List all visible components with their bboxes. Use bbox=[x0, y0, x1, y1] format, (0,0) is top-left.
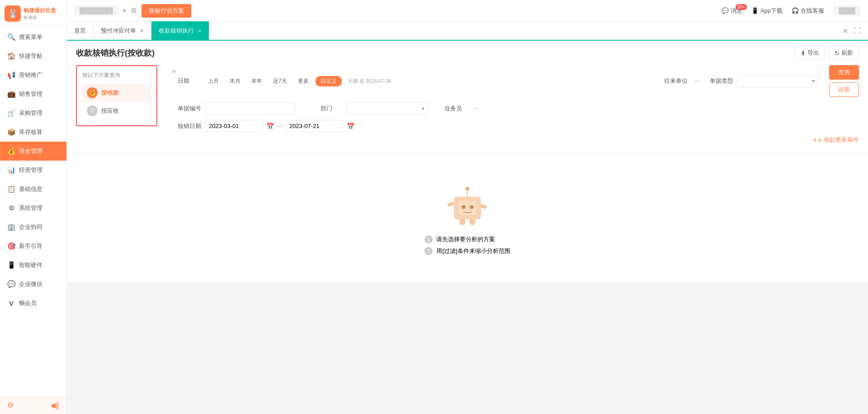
sidebar-label-purchase: 采购管理 bbox=[19, 109, 42, 117]
date-shortcuts: 上月 本月 本年 近7天 更多 自定义 bbox=[204, 76, 342, 86]
sidebar-menu: 🔍 搜索菜单 🏠 快捷导航 📢 营销推广 💼 销售管理 🛒 采购管理 📦 库存核… bbox=[0, 28, 66, 396]
topbar-gear-icon[interactable]: ⚙ bbox=[131, 6, 137, 15]
verify-date-end-input[interactable] bbox=[285, 120, 344, 132]
topbar-left: ████████ ▾ ⚙ 体验行业方案 bbox=[74, 4, 191, 18]
tab-prepay[interactable]: 预付冲应付单 ✕ bbox=[94, 21, 151, 40]
doc-no-input[interactable] bbox=[205, 102, 295, 114]
export-btn[interactable]: ⬆ 导出 bbox=[795, 46, 825, 60]
message-icon: 💬 bbox=[722, 7, 729, 14]
filter-option-receivable[interactable]: ⏱ 按应收 bbox=[82, 102, 151, 120]
counterpart-dots-btn[interactable]: ··· bbox=[691, 77, 703, 85]
message-btn[interactable]: 💬 消息 99+ bbox=[722, 7, 742, 15]
sidebar-item-sales[interactable]: 💼 销售管理 bbox=[0, 85, 66, 104]
receipt-tab-label: 收款核销执行 bbox=[159, 27, 194, 35]
tab-bar-actions: ✕ ⛶ bbox=[842, 27, 868, 35]
prepay-tab-label: 预付冲应付单 bbox=[101, 27, 136, 35]
sidebar-label-wechat: 企业微信 bbox=[19, 280, 42, 288]
refresh-label: 刷新 bbox=[841, 49, 853, 57]
sidebar-item-member[interactable]: V 畅会员 bbox=[0, 294, 66, 313]
topbar-dropdown-icon[interactable]: ▾ bbox=[123, 7, 126, 14]
settings-btn[interactable]: 设置 bbox=[829, 82, 859, 97]
date-btn-more[interactable]: 更多 bbox=[294, 76, 313, 86]
collapse-more-btn[interactable]: ∧∧ 收起更多条件 bbox=[178, 132, 859, 146]
svg-rect-8 bbox=[460, 219, 465, 225]
close-tab-icon[interactable]: ✕ bbox=[842, 27, 848, 35]
marketing-icon: 📢 bbox=[7, 71, 15, 79]
date-no-limit: 不限 至 2023-07-26 bbox=[348, 78, 391, 85]
hint2-num: 2 bbox=[425, 247, 433, 255]
main-content: ████████ ▾ ⚙ 体验行业方案 💬 消息 99+ 📱 App下载 🎧 在… bbox=[67, 0, 868, 414]
export-icon: ⬆ bbox=[801, 50, 806, 57]
empty-illustration bbox=[443, 181, 492, 226]
date-btn-this-month[interactable]: 本月 bbox=[226, 76, 245, 86]
filter-sidebar-title: 按以下方案查询 bbox=[82, 71, 151, 79]
tab-receipt[interactable]: 收款核销执行 ✕ bbox=[151, 21, 209, 40]
collapse-icon: ∧∧ bbox=[813, 137, 822, 143]
sidebar-item-wechat[interactable]: 💬 企业微信 bbox=[0, 275, 66, 294]
date-btn-last-month[interactable]: 上月 bbox=[204, 76, 223, 86]
settings-bottom-icon[interactable]: ⚙ bbox=[7, 401, 14, 409]
collapse-label: 收起更多条件 bbox=[824, 136, 859, 144]
verify-date-start-input[interactable] bbox=[205, 120, 264, 132]
sidebar-item-system[interactable]: ⚙ 系统管理 bbox=[0, 199, 66, 218]
salesperson-field: 业务员 ··· bbox=[444, 105, 482, 113]
refresh-btn[interactable]: ↻ 刷新 bbox=[829, 46, 859, 60]
filter-fields: 日期 上月 本月 本年 近7天 更多 自定义 bbox=[178, 65, 859, 146]
query-btn[interactable]: 查询 bbox=[829, 65, 859, 80]
sidebar-item-operations[interactable]: 📊 经营管理 bbox=[0, 161, 66, 180]
tab-home[interactable]: 首页 bbox=[67, 21, 94, 40]
operations-icon: 📊 bbox=[7, 166, 15, 174]
doc-type-select[interactable] bbox=[737, 75, 818, 87]
date-btn-7days[interactable]: 近7天 bbox=[269, 76, 291, 86]
sidebar: 🐰 畅捷通好生意 标准版 🔍 搜索菜单 🏠 快捷导航 📢 营销推广 💼 销售管理… bbox=[0, 0, 67, 414]
sidebar-item-marketing[interactable]: 📢 营销推广 bbox=[0, 66, 66, 85]
online-service-btn[interactable]: 🎧 在线客服 bbox=[792, 7, 824, 15]
logo-name: 畅捷通好生意 bbox=[24, 7, 56, 14]
sidebar-item-finance[interactable]: 💰 资金管理 bbox=[0, 142, 66, 161]
sidebar-item-quick-nav[interactable]: 🏠 快捷导航 bbox=[0, 47, 66, 66]
sidebar-label-operations: 经营管理 bbox=[19, 166, 42, 174]
dept-select[interactable] bbox=[347, 102, 428, 114]
topbar: ████████ ▾ ⚙ 体验行业方案 💬 消息 99+ 📱 App下载 🎧 在… bbox=[67, 0, 868, 22]
app-download-btn[interactable]: 📱 App下载 bbox=[751, 7, 783, 15]
dept-field: 部门 bbox=[321, 102, 428, 114]
receipt-option-icon: 💰 bbox=[87, 87, 98, 98]
sidebar-label-hardware: 智能硬件 bbox=[19, 261, 42, 269]
verify-date-start-cal-icon[interactable]: 📅 bbox=[266, 123, 274, 130]
export-label: 导出 bbox=[807, 49, 819, 57]
sidebar-item-guide[interactable]: 🎯 新手引导 bbox=[0, 237, 66, 256]
sidebar-label-marketing: 营销推广 bbox=[19, 71, 42, 79]
sidebar-item-basic-info[interactable]: 📋 基础信息 bbox=[0, 180, 66, 199]
date-btn-this-year[interactable]: 本年 bbox=[247, 76, 266, 86]
sidebar-label-system: 系统管理 bbox=[19, 204, 42, 212]
inventory-icon: 📦 bbox=[7, 128, 15, 136]
date-custom-tag[interactable]: 自定义 bbox=[316, 76, 342, 86]
sidebar-label-inventory: 库存核算 bbox=[19, 128, 42, 136]
filter-collapse-btn[interactable]: » bbox=[170, 65, 178, 77]
fullscreen-icon[interactable]: ⛶ bbox=[854, 27, 861, 35]
prepay-tab-close-icon[interactable]: ✕ bbox=[140, 28, 144, 34]
sidebar-item-inventory[interactable]: 📦 库存核算 bbox=[0, 123, 66, 142]
member-icon: V bbox=[7, 299, 15, 307]
sidebar-bottom: ⚙ ◀‖ bbox=[0, 396, 66, 414]
industry-btn[interactable]: 体验行业方案 bbox=[142, 4, 191, 18]
sidebar-item-purchase[interactable]: 🛒 采购管理 bbox=[0, 104, 66, 123]
doc-type-label: 单据类型 bbox=[710, 77, 733, 85]
sidebar-label-enterprise: 企业协同 bbox=[19, 223, 42, 231]
tab-bar: 首页 预付冲应付单 ✕ 收款核销执行 ✕ ✕ ⛶ bbox=[67, 22, 868, 41]
page-header-actions: ⬆ 导出 ↻ 刷新 bbox=[795, 46, 859, 60]
filter-option-receipt[interactable]: 💰 按收款 bbox=[82, 84, 151, 102]
sidebar-item-search[interactable]: 🔍 搜索菜单 bbox=[0, 28, 66, 47]
filter-sidebar: 按以下方案查询 💰 按收款 ⏱ 按应收 bbox=[76, 65, 157, 126]
sidebar-item-enterprise[interactable]: 🏢 企业协同 bbox=[0, 218, 66, 237]
content-area: 1 请先选择要分析的方案 2 用[过滤]条件来缩小分析范围 bbox=[67, 154, 868, 282]
svg-point-11 bbox=[466, 187, 469, 190]
verify-date-end-cal-icon[interactable]: 📅 bbox=[347, 123, 354, 130]
counterpart-field: 往来单位 ··· bbox=[664, 77, 703, 85]
collapse-sidebar-icon[interactable]: ◀‖ bbox=[50, 401, 59, 409]
doc-no-field: 单据编号 bbox=[178, 102, 295, 114]
salesperson-dots-btn[interactable]: ··· bbox=[471, 105, 482, 113]
receipt-tab-close-icon[interactable]: ✕ bbox=[198, 28, 202, 34]
sidebar-item-hardware[interactable]: 📱 智能硬件 bbox=[0, 256, 66, 275]
hardware-icon: 📱 bbox=[7, 261, 15, 269]
